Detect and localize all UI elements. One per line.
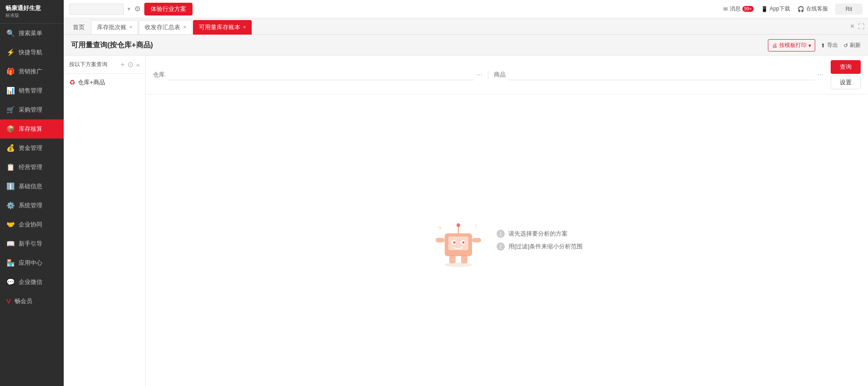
print-label: 按模板打印 (779, 41, 807, 49)
sidebar-item-quick-nav[interactable]: ⚡ 快捷导航 (0, 43, 64, 62)
book-icon: 📖 (6, 240, 15, 248)
sidebar-item-app-center[interactable]: 🏪 应用中心 (0, 253, 64, 273)
sidebar-item-search[interactable]: 🔍 搜索菜单 (0, 24, 64, 43)
message-label: 消息 (730, 5, 741, 13)
cart-icon: 🛒 (6, 106, 15, 114)
tab-bar-actions: × ⛶ (850, 22, 864, 31)
online-service-action[interactable]: 🎧 在线客服 (797, 5, 828, 13)
sidebar-item-wechat[interactable]: 💬 企业微信 (0, 273, 64, 292)
gift-icon: 🎁 (6, 67, 15, 76)
app-download-action[interactable]: 📱 App下载 (761, 5, 790, 13)
svg-point-5 (462, 242, 464, 244)
refresh-button[interactable]: ↺ 刷新 (843, 41, 861, 49)
warehouse-filter-group: 仓库 ··· (153, 69, 482, 80)
tab-label: 收发存汇总表 (145, 23, 180, 31)
tab-bar: 首页 库存批次账 × 收发存汇总表 × 可用量库存账本 × × ⛶ (64, 18, 868, 35)
warehouse-scheme-icon: ♻ (69, 78, 75, 87)
search-input[interactable] (69, 4, 124, 15)
sidebar-item-label: 畅会员 (15, 297, 32, 305)
message-action[interactable]: ✉ 消息 99+ (723, 5, 754, 13)
tab-home[interactable]: 首页 (67, 20, 90, 35)
sidebar-item-newbie[interactable]: 📖 新手引导 (0, 234, 64, 253)
message-icon: ✉ (723, 6, 728, 12)
sidebar-item-marketing[interactable]: 🎁 营销推广 (0, 62, 64, 81)
tab-collection-summary[interactable]: 收发存汇总表 × (139, 20, 192, 35)
app-download-label: App下载 (770, 5, 790, 13)
gear-icon: ⚙️ (6, 201, 15, 210)
query-settings-col: 查询 设置 (831, 60, 861, 89)
query-button[interactable]: 查询 (831, 60, 861, 74)
svg-rect-9 (472, 238, 481, 242)
sidebar-item-inventory[interactable]: 📦 库存核算 (0, 119, 64, 139)
settings-icon[interactable]: ⚙ (134, 5, 141, 13)
clipboard-icon: 📋 (6, 163, 15, 171)
product-filter-label: 商品 (494, 71, 506, 79)
sidebar-item-finance[interactable]: 💰 资金管理 (0, 139, 64, 158)
empty-tip-1: 1 请先选择要分析的方案 (497, 230, 583, 238)
tab-available-stock[interactable]: 可用量库存账本 × (193, 20, 252, 35)
export-button[interactable]: ⬆ 导出 (821, 41, 838, 49)
collapse-icon[interactable]: « (136, 61, 140, 68)
sidebar-item-label: 营销推广 (19, 67, 42, 76)
experience-btn[interactable]: 体验行业方案 (144, 3, 193, 15)
empty-tip-2: 2 用[过滤]条件来缩小分析范围 (497, 242, 583, 251)
sidebar-item-label: 新手引导 (19, 240, 42, 248)
product-filter-input[interactable] (508, 69, 815, 80)
store-icon: 🏪 (6, 259, 15, 267)
tab-batch-account[interactable]: 库存批次账 × (91, 20, 138, 35)
avatar-text: Rit (846, 6, 853, 12)
info-icon: ℹ️ (6, 182, 15, 190)
tab-label: 可用量库存账本 (199, 23, 240, 31)
settings-button[interactable]: 设置 (831, 76, 861, 89)
sidebar-scroll: 🔍 搜索菜单 ⚡ 快捷导航 🎁 营销推广 📊 销售管理 🛒 采购管理 📦 库存核… (0, 24, 64, 386)
warehouse-filter-label: 仓库 (153, 71, 165, 79)
sidebar-item-enterprise[interactable]: 🤝 企业协同 (0, 215, 64, 234)
page-header-actions: 🖨 按模板打印 ▾ ⬆ 导出 ↺ 刷新 (768, 39, 861, 51)
tip-number-1: 1 (497, 230, 505, 238)
svg-point-4 (453, 242, 455, 244)
headset-icon: 🎧 (797, 6, 804, 12)
sidebar-item-operation[interactable]: 📋 经营管理 (0, 158, 64, 177)
handshake-icon: 🤝 (6, 221, 15, 229)
product-filter-group: 商品 ··· (494, 69, 823, 80)
svg-rect-11 (461, 255, 467, 263)
dropdown-arrow-icon[interactable]: ▾ (127, 5, 131, 12)
left-panel-item-label: 仓库+商品 (78, 78, 105, 87)
message-badge: 99+ (742, 6, 754, 12)
refresh-icon: ↺ (843, 42, 848, 49)
add-scheme-icon[interactable]: + (121, 61, 125, 69)
tab-label: 库存批次账 (97, 23, 127, 31)
warehouse-filter-more-icon[interactable]: ··· (477, 71, 482, 79)
left-panel-header-actions: + ⊙ « (121, 60, 140, 69)
tab-close-icon[interactable]: × (243, 25, 246, 30)
online-service-label: 在线客服 (806, 5, 828, 13)
sidebar-item-member[interactable]: V 畅会员 (0, 292, 64, 311)
sidebar-item-label: 资金管理 (19, 144, 42, 152)
svg-rect-10 (449, 255, 456, 263)
print-button[interactable]: 🖨 按模板打印 ▾ (768, 39, 815, 51)
print-dropdown-icon[interactable]: ▾ (808, 42, 811, 49)
tab-bar-close-button[interactable]: × (850, 22, 854, 31)
sidebar-item-purchase[interactable]: 🛒 采购管理 (0, 100, 64, 119)
empty-tips: 1 请先选择要分析的方案 2 用[过滤]条件来缩小分析范围 (497, 230, 583, 251)
scheme-settings-icon[interactable]: ⊙ (127, 60, 133, 69)
tab-bar-expand-button[interactable]: ⛶ (858, 23, 864, 30)
svg-rect-8 (436, 238, 445, 242)
header-actions: ✉ 消息 99+ 📱 App下载 🎧 在线客服 Rit (723, 4, 863, 15)
phone-icon: 📱 (761, 6, 768, 12)
svg-text:?: ? (474, 224, 477, 230)
tab-close-icon[interactable]: × (129, 25, 132, 30)
avatar[interactable]: Rit (835, 4, 863, 15)
lightning-icon: ⚡ (6, 48, 15, 57)
warehouse-filter-input[interactable] (168, 69, 474, 80)
svg-text:?: ? (438, 225, 442, 232)
main-content: ▾ ⚙ 体验行业方案 ✉ 消息 99+ 📱 App下载 🎧 在线客服 Rit (64, 0, 868, 386)
tab-close-icon[interactable]: × (183, 25, 186, 30)
sidebar-item-sales[interactable]: 📊 销售管理 (0, 81, 64, 100)
sidebar-item-basic-info[interactable]: ℹ️ 基础信息 (0, 177, 64, 196)
sidebar-item-system[interactable]: ⚙️ 系统管理 (0, 196, 64, 215)
filter-divider (488, 70, 488, 79)
product-filter-more-icon[interactable]: ··· (817, 71, 823, 79)
export-label: 导出 (827, 41, 838, 49)
left-panel-item-warehouse[interactable]: ♻ 仓库+商品 (64, 74, 145, 91)
